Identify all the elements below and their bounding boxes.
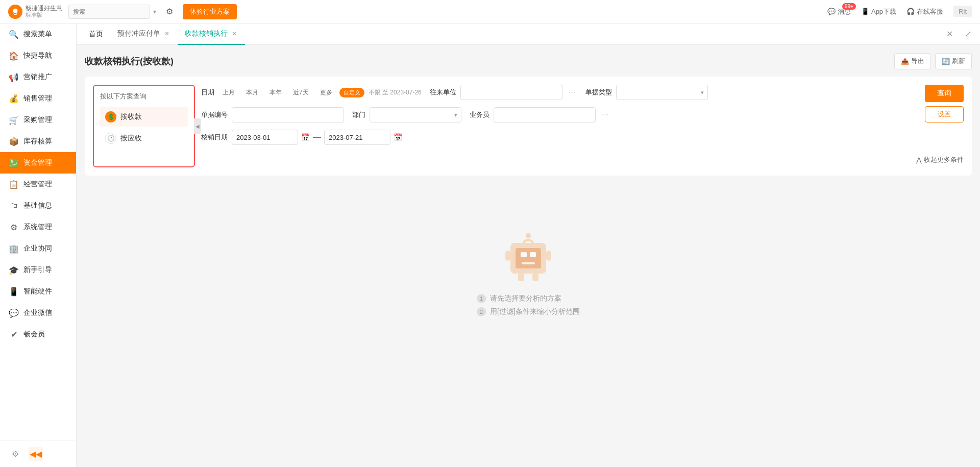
filter-option-by-receipt[interactable]: 💲 按收款 <box>100 107 188 127</box>
inventory-icon: 📦 <box>9 137 18 146</box>
more-conditions-label: 收起更多条件 <box>924 155 964 164</box>
app-download-button[interactable]: 📱 App下载 <box>861 7 896 16</box>
sidebar-item-basic[interactable]: 🗂 基础信息 <box>0 195 76 216</box>
tab-home[interactable]: 首页 <box>82 23 110 45</box>
filter-layout: 按以下方案查询 💲 按收款 🕐 按应收 ◀ <box>93 85 964 167</box>
counterpart-input[interactable] <box>460 85 562 100</box>
tip2-text: 用[过滤]条件来缩小分析范围 <box>490 307 580 316</box>
sidebar-item-guide[interactable]: 🎓 新手引导 <box>0 259 76 281</box>
empty-tip-1: 1 请先选择要分析的方案 <box>477 294 580 303</box>
sidebar-item-sales[interactable]: 💰 销售管理 <box>0 88 76 109</box>
doctype-field: 单据类型 <box>585 85 708 100</box>
sidebar-item-operation[interactable]: 📋 经营管理 <box>0 174 76 195</box>
solution-button[interactable]: 体验行业方案 <box>183 4 237 19</box>
sidebar-item-search[interactable]: 🔍 搜索菜单 <box>0 23 76 45</box>
sidebar-label-finance: 资金管理 <box>23 158 52 167</box>
date-btn-custom[interactable]: 自定义 <box>339 88 364 97</box>
purchase-icon: 🛒 <box>9 115 18 125</box>
sidebar-item-wechat[interactable]: 💬 企业微信 <box>0 302 76 324</box>
sidebar-item-marketing[interactable]: 📢 营销推广 <box>0 66 76 88</box>
topbar: 畅捷通好生意 标准版 ▾ ⚙ 体验行业方案 💬 消息 99+ 📱 App下载 🎧… <box>0 0 980 23</box>
sidebar-label-sales: 销售管理 <box>23 94 52 103</box>
sidebar-collapse-button[interactable]: ◀◀ <box>29 447 43 461</box>
docnum-input[interactable] <box>232 107 344 122</box>
svg-rect-4 <box>530 252 536 257</box>
sidebar-item-finance[interactable]: 💹 资金管理 <box>0 152 76 174</box>
sidebar-settings-icon[interactable]: ⚙ <box>8 447 22 461</box>
empty-tips: 1 请先选择要分析的方案 2 用[过滤]条件来缩小分析范围 <box>477 294 580 316</box>
date-field: 日期 上月 本月 本年 近7天 更多 自定义 <box>201 86 422 99</box>
marketing-icon: 📢 <box>9 72 18 82</box>
page-header: 收款核销执行(按收款) 📤 导出 🔄 刷新 <box>85 53 972 69</box>
date-btn-more[interactable]: 更多 <box>316 86 336 99</box>
user-menu[interactable]: Rit <box>953 6 972 17</box>
salesperson-dots[interactable]: ··· <box>600 110 610 119</box>
dept-select[interactable] <box>370 107 461 122</box>
verify-date-start-input[interactable] <box>232 130 298 145</box>
topbar-right: 💬 消息 99+ 📱 App下载 🎧 在线客服 Rit <box>827 6 972 17</box>
doctype-select[interactable] <box>616 85 708 100</box>
messages-button[interactable]: 💬 消息 99+ <box>827 7 851 16</box>
sidebar-item-quick[interactable]: 🏠 快捷导航 <box>0 45 76 66</box>
more-conditions-button[interactable]: ⋀ 收起更多条件 <box>201 152 964 167</box>
svg-point-0 <box>13 8 18 13</box>
refresh-icon: 🔄 <box>942 58 950 65</box>
filter-fields: 日期 上月 本月 本年 近7天 更多 自定义 <box>201 85 964 167</box>
settings-icon[interactable]: ⚙ <box>162 5 177 19</box>
sidebar-item-inventory[interactable]: 📦 库存核算 <box>0 131 76 152</box>
filter-panel-title: 按以下方案查询 <box>100 92 188 101</box>
tab-prepay-close[interactable]: ✕ <box>163 29 170 38</box>
svg-rect-3 <box>521 252 527 257</box>
search-icon: 🔍 <box>9 30 18 39</box>
operation-icon: 📋 <box>9 180 18 189</box>
date-btn-this-year[interactable]: 本年 <box>265 86 286 99</box>
query-button[interactable]: 查询 <box>925 85 964 102</box>
message-badge: 99+ <box>842 3 856 10</box>
chevron-down-icon[interactable]: ▾ <box>153 8 156 15</box>
app-edition: 标准版 <box>26 12 62 18</box>
calendar-end-icon[interactable]: 📅 <box>394 133 402 141</box>
counterpart-field: 往来单位 ··· <box>430 85 577 100</box>
sidebar-label-guide: 新手引导 <box>23 265 52 275</box>
svg-rect-8 <box>518 274 524 281</box>
verify-date-label: 核销日期 <box>201 133 228 142</box>
date-btn-7days[interactable]: 近7天 <box>289 86 313 99</box>
sidebar-label-marketing: 营销推广 <box>23 72 52 82</box>
verify-date-end-input[interactable] <box>324 130 390 145</box>
sidebar-item-system[interactable]: ⚙ 系统管理 <box>0 216 76 238</box>
sidebar-item-hardware[interactable]: 📱 智能硬件 <box>0 281 76 302</box>
tab-receivable[interactable]: 收款核销执行 ✕ <box>178 23 245 45</box>
search-input[interactable] <box>68 5 150 19</box>
refresh-button[interactable]: 🔄 刷新 <box>935 53 972 69</box>
salesperson-field: 业务员 ··· <box>470 107 610 122</box>
filter-settings-button[interactable]: 设置 <box>925 106 964 122</box>
online-service-button[interactable]: 🎧 在线客服 <box>906 7 943 16</box>
tab-prepay[interactable]: 预付冲应付单 ✕ <box>110 23 178 45</box>
sidebar-item-enterprise[interactable]: 🏢 企业协同 <box>0 238 76 259</box>
export-button[interactable]: 📤 导出 <box>894 53 931 69</box>
basic-icon: 🗂 <box>9 201 18 210</box>
date-btn-this-month[interactable]: 本月 <box>242 86 262 99</box>
verify-date-range: 📅 — 📅 <box>232 130 402 145</box>
message-icon: 💬 <box>827 8 836 15</box>
salesperson-label: 业务员 <box>470 110 489 119</box>
window-close-button[interactable]: ✕ <box>942 27 957 41</box>
salesperson-input[interactable] <box>494 107 596 122</box>
sidebar-item-purchase[interactable]: 🛒 采购管理 <box>0 109 76 131</box>
sidebar-item-member[interactable]: ✔ 畅会员 <box>0 324 76 345</box>
dept-field: 部门 <box>352 107 461 122</box>
page-actions: 📤 导出 🔄 刷新 <box>894 53 972 69</box>
counterpart-dots[interactable]: ··· <box>567 88 577 97</box>
tip1-text: 请先选择要分析的方案 <box>490 294 561 303</box>
sidebar: 🔍 搜索菜单 🏠 快捷导航 📢 营销推广 💰 销售管理 🛒 采购管理 📦 库存核… <box>0 23 77 467</box>
filter-collapse-button[interactable]: ◀ <box>194 118 201 134</box>
tab-prepay-label: 预付冲应付单 <box>117 29 160 38</box>
calendar-start-icon[interactable]: 📅 <box>301 133 310 141</box>
sidebar-label-quick: 快捷导航 <box>23 51 52 60</box>
tab-receivable-close[interactable]: ✕ <box>231 29 238 38</box>
window-expand-button[interactable]: ⤢ <box>961 27 975 41</box>
filter-option-by-receivable[interactable]: 🕐 按应收 <box>100 129 188 148</box>
export-icon: 📤 <box>901 58 909 65</box>
guide-icon: 🎓 <box>9 265 18 275</box>
date-btn-last-month[interactable]: 上月 <box>218 86 239 99</box>
